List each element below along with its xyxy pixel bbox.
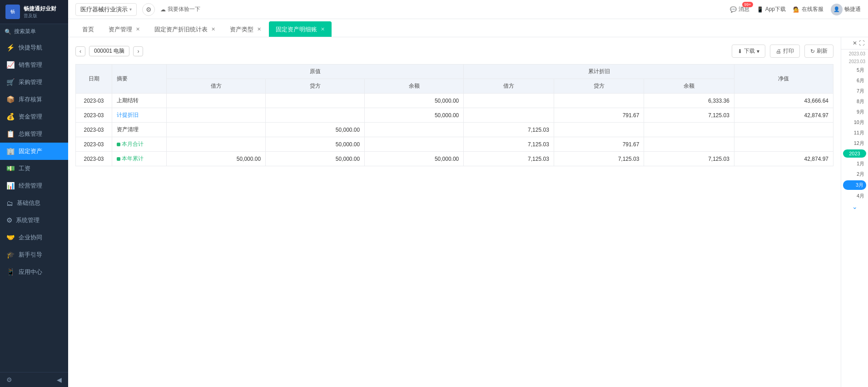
tl-year-2023-03-top: 2023.03 xyxy=(841,50,868,57)
timeline-expand-button[interactable]: ⛶ xyxy=(859,40,864,46)
row-net-value xyxy=(734,123,833,137)
row-orig-credit xyxy=(266,108,365,123)
ledger-icon: 📋 xyxy=(6,130,15,138)
print-label: 打印 xyxy=(783,47,794,55)
prev-asset-button[interactable]: ‹ xyxy=(75,46,85,56)
print-button[interactable]: 🖨 打印 xyxy=(770,45,800,58)
sidebar-item-collaboration[interactable]: 🤝 企业协同 xyxy=(0,229,68,246)
download-icon: ⬇ xyxy=(738,48,742,55)
timeline-scroll[interactable]: 2023.03 2023.03 5月 6月 7月 8月 9月 10月 11月 1… xyxy=(841,50,868,387)
row-date: 2023-03 xyxy=(76,123,112,137)
row-summary: 上期结转 xyxy=(112,94,167,108)
sidebar-item-app-center[interactable]: 📱 应用中心 xyxy=(0,263,68,281)
tl-month-5[interactable]: 5月 xyxy=(841,65,868,75)
col-orig-balance: 余额 xyxy=(365,79,464,94)
tl-month-10[interactable]: 10月 xyxy=(841,117,868,128)
tl-month-2[interactable]: 2月 xyxy=(841,169,868,179)
row-accum-debit xyxy=(464,94,554,108)
table-row: 2023-03 本月合计 50,000.00 7,125.03 791.67 xyxy=(76,137,833,152)
tl-month-9[interactable]: 9月 xyxy=(841,107,868,117)
table-row: 2023-03 计提折旧 50,000.00 791.67 7,125.03 4… xyxy=(76,108,833,123)
sidebar-item-label: 快捷导航 xyxy=(19,44,42,52)
tab-depreciation-table[interactable]: 固定资产折旧统计表 ✕ xyxy=(148,21,222,37)
row-net-value: 43,666.64 xyxy=(734,94,833,108)
print-icon: 🖨 xyxy=(776,48,781,55)
sidebar-item-system[interactable]: ⚙ 系统管理 xyxy=(0,212,68,229)
collapse-sidebar-icon[interactable]: ◀ xyxy=(57,376,62,383)
user-profile-button[interactable]: 👤 畅捷通 xyxy=(831,4,861,15)
tab-depreciation-close[interactable]: ✕ xyxy=(211,26,215,32)
sidebar-item-operations[interactable]: 📊 经营管理 xyxy=(0,177,68,194)
experience-label: 我要体验一下 xyxy=(168,5,200,13)
asset-nav: ‹ 000001 电脑 › ⬇ 下载 ▾ � xyxy=(75,45,833,58)
search-menu[interactable]: 🔍 搜索菜单 xyxy=(0,24,68,39)
timeline-close-button[interactable]: ✕ xyxy=(853,40,857,46)
experience-button[interactable]: ☁ 我要体验一下 xyxy=(160,5,200,13)
sidebar-item-funds[interactable]: 💰 资金管理 xyxy=(0,108,68,125)
yearly-total-tag: 本年累计 xyxy=(117,155,144,163)
tl-year-badge-2023[interactable]: 2023 xyxy=(843,149,866,158)
row-summary[interactable]: 计提折旧 xyxy=(112,108,167,123)
sidebar-item-label: 采购管理 xyxy=(19,78,42,86)
tl-month-1[interactable]: 1月 xyxy=(841,159,868,169)
sidebar-item-inventory[interactable]: 📦 库存核算 xyxy=(0,91,68,108)
refresh-button[interactable]: ↻ 刷新 xyxy=(804,45,833,58)
fixed-assets-icon: 🏢 xyxy=(6,147,15,155)
company-settings-button[interactable]: ⚙ xyxy=(142,3,155,16)
sidebar-item-purchase[interactable]: 🛒 采购管理 xyxy=(0,74,68,91)
sidebar-item-sales[interactable]: 📈 销售管理 xyxy=(0,56,68,74)
sidebar-item-fixed-assets[interactable]: 🏢 固定资产 xyxy=(0,143,68,160)
tab-asset-detail-close[interactable]: ✕ xyxy=(321,26,325,32)
tab-asset-mgmt-close[interactable]: ✕ xyxy=(136,26,140,32)
tab-asset-detail[interactable]: 固定资产明细账 ✕ xyxy=(269,21,332,37)
tl-chevron-down[interactable]: ⌄ xyxy=(841,201,868,212)
table-row: 2023-03 上期结转 50,000.00 6,333.36 43,666.6… xyxy=(76,94,833,108)
row-orig-debit: 50,000.00 xyxy=(167,152,266,166)
tl-year-2023-03-2: 2023.03 xyxy=(841,57,868,65)
sidebar-nav: ⚡ 快捷导航 📈 销售管理 🛒 采购管理 📦 库存核算 💰 资金管理 📋 总账管… xyxy=(0,39,68,372)
experience-icon: ☁ xyxy=(160,6,166,13)
col-header-summary: 摘要 xyxy=(112,64,167,94)
sidebar-item-label: 工资 xyxy=(19,164,30,173)
settings-footer-icon[interactable]: ⚙ xyxy=(6,376,12,383)
tab-home[interactable]: 首页 xyxy=(75,21,101,37)
next-asset-button[interactable]: › xyxy=(133,46,143,56)
row-accum-credit: 7,125.03 xyxy=(554,152,644,166)
tl-month-6[interactable]: 6月 xyxy=(841,75,868,86)
search-icon: 🔍 xyxy=(5,29,11,35)
messages-button[interactable]: 💬 消息 99+ xyxy=(730,5,749,13)
sidebar: 畅 畅捷通好业财 普及版 🔍 搜索菜单 ⚡ 快捷导航 📈 销售管理 🛒 采购管理… xyxy=(0,0,68,387)
sidebar-item-guide[interactable]: 🎓 新手引导 xyxy=(0,246,68,263)
table-row: 2023-03 本年累计 50,000.00 50,000.00 50,000.… xyxy=(76,152,833,166)
sidebar-item-label: 资金管理 xyxy=(19,113,42,121)
col-header-date: 日期 xyxy=(76,64,112,94)
company-name: 医疗器械行业演示 xyxy=(80,5,128,14)
row-date: 2023-03 xyxy=(76,152,112,166)
sidebar-item-basic-info[interactable]: 🗂 基础信息 xyxy=(0,194,68,212)
sidebar-item-ledger[interactable]: 📋 总账管理 xyxy=(0,125,68,143)
asset-code: 000001 电脑 xyxy=(94,48,124,54)
tab-asset-type[interactable]: 资产类型 ✕ xyxy=(223,21,268,37)
download-button[interactable]: ⬇ 下载 ▾ xyxy=(732,45,765,58)
app-title-block: 畅捷通好业财 普及版 xyxy=(24,5,56,19)
online-service-button[interactable]: 💁 在线客服 xyxy=(793,5,823,13)
sidebar-item-quick-nav[interactable]: ⚡ 快捷导航 xyxy=(0,39,68,56)
company-selector[interactable]: 医疗器械行业演示 ▾ xyxy=(75,3,137,16)
row-accum-credit xyxy=(554,94,644,108)
tl-month-7[interactable]: 7月 xyxy=(841,86,868,96)
tab-asset-type-close[interactable]: ✕ xyxy=(257,26,261,32)
tl-month-12[interactable]: 12月 xyxy=(841,138,868,149)
tab-asset-mgmt[interactable]: 资产管理 ✕ xyxy=(102,21,147,37)
tl-month-3-active[interactable]: 3月 xyxy=(843,180,866,190)
col-header-accumulated-dep: 累计折旧 xyxy=(464,64,734,79)
tl-month-8[interactable]: 8月 xyxy=(841,96,868,107)
row-orig-balance xyxy=(365,137,464,152)
system-icon: ⚙ xyxy=(6,216,12,224)
quick-nav-icon: ⚡ xyxy=(6,44,15,52)
row-orig-credit: 50,000.00 xyxy=(266,152,365,166)
company-dropdown-arrow: ▾ xyxy=(129,7,132,12)
sidebar-item-payroll[interactable]: 💵 工资 xyxy=(0,160,68,177)
tl-month-11[interactable]: 11月 xyxy=(841,128,868,138)
tl-month-4[interactable]: 4月 xyxy=(841,191,868,201)
app-download-button[interactable]: 📱 App下载 xyxy=(757,5,786,13)
